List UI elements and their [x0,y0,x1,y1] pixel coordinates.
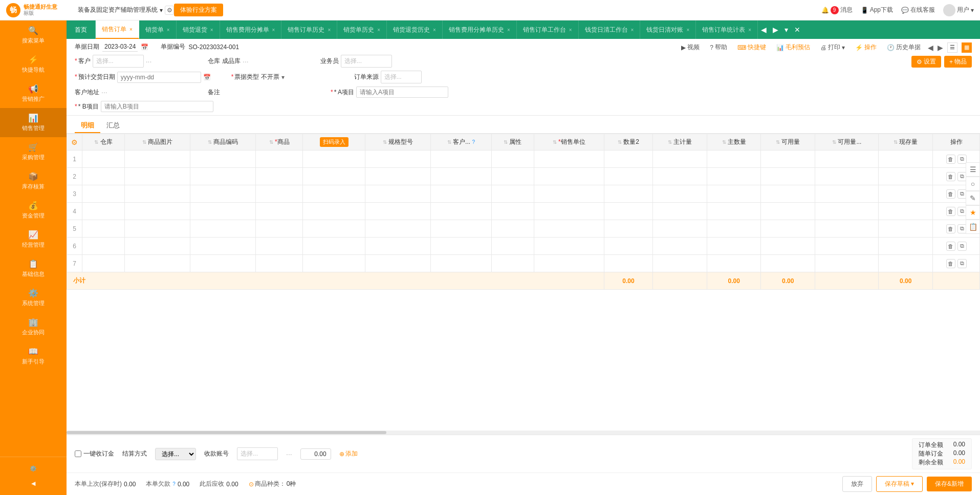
sidebar-item-enterprise[interactable]: 🏢 企业协同 [0,312,67,341]
industry-solution-button[interactable]: 体验行业方案 [174,4,223,16]
tab-more-button[interactable]: ▾ [781,26,791,34]
row-4-unit[interactable] [534,203,604,220]
row-3-delete-btn[interactable]: 🗑 [946,189,955,199]
b-project-input[interactable] [101,101,213,112]
row-7-customer-code[interactable] [431,255,492,272]
float-clip-btn[interactable]: 📋 [966,220,980,234]
row-2-unit[interactable] [534,168,604,185]
row-4-copy-btn[interactable]: ⧉ [957,207,967,216]
row-6-goods[interactable] [256,238,303,255]
row-7-main-qty[interactable] [707,255,761,272]
row-7-attr[interactable] [491,255,534,272]
shortcut-button[interactable]: ⌨ 快捷键 [734,42,769,53]
row-2-code[interactable] [190,168,256,185]
tab-order-workbench[interactable]: 销售订单工作台 × [517,20,579,39]
row-3-customer-code[interactable] [431,185,492,203]
row-3-spec[interactable] [365,185,431,203]
row-5-goods[interactable] [256,220,303,238]
row-4-spec[interactable] [365,203,431,220]
tab-cash-reconcile[interactable]: 钱货日清对账 × [640,20,696,39]
tab-sales-order[interactable]: 销售订单 × [96,20,139,39]
tab-prev-button[interactable]: ◀ [758,26,770,34]
history-button[interactable]: 🕐 历史单据 [884,42,924,53]
row-2-delete-btn[interactable]: 🗑 [946,172,955,181]
row-6-copy-btn[interactable]: ⧉ [957,242,967,251]
row-3-main-unit[interactable] [653,185,707,203]
delivery-calendar-icon[interactable]: 📅 [203,74,211,81]
tab-close-stats[interactable]: × [748,27,751,33]
row-5-unit[interactable] [534,220,604,238]
tab-cash-daily[interactable]: 钱货日清工作台 × [579,20,641,39]
warehouse-more-icon[interactable]: ··· [243,57,249,66]
row-2-warehouse[interactable] [82,168,125,185]
operation-button[interactable]: ⚡ 操作 [852,42,880,53]
row-6-code[interactable] [190,238,256,255]
row-1-code[interactable] [190,150,256,168]
column-settings-icon[interactable]: ⚙ [71,138,78,146]
help-button[interactable]: ? 帮助 [707,42,730,53]
app-download-button[interactable]: 📱 App下载 [861,6,893,14]
user-menu[interactable]: 用户 ▾ [943,4,974,16]
tab-order-history[interactable]: 销售订单历史 × [281,20,337,39]
row-4-qty2[interactable] [604,203,653,220]
row-6-qty2[interactable] [604,238,653,255]
float-star-btn[interactable]: ★ [966,205,980,220]
row-4-attr[interactable] [491,203,534,220]
row-7-copy-btn[interactable]: ⧉ [957,259,967,268]
customer-input[interactable]: 选择... [93,55,144,68]
account-input[interactable]: 选择... [237,447,278,460]
prev-record-button[interactable]: ◀ [928,44,933,52]
row-6-warehouse[interactable] [82,238,125,255]
sidebar-item-finance[interactable]: 💰 资金管理 [0,196,67,225]
scan-button[interactable]: 扫码录入 [320,137,349,147]
save-draft-dropdown-icon[interactable]: ▾ [911,480,914,487]
view-button[interactable]: ▶ 视频 [678,42,703,53]
row-6-customer-code[interactable] [431,238,492,255]
tab-close-cash-reconcile[interactable]: × [686,27,689,33]
ticket-dropdown-icon[interactable]: ▾ [281,74,285,81]
tab-fee-split-history[interactable]: 销售费用分摊单历史 × [443,20,517,39]
row-6-attr[interactable] [491,238,534,255]
settings-button[interactable]: ⚙ 设置 [911,56,941,68]
table-scrollbar[interactable] [67,431,980,435]
th-settings[interactable]: ⚙ [67,134,82,150]
tab-close-order-workbench[interactable]: × [569,27,572,33]
row-6-main-qty[interactable] [707,238,761,255]
message-button[interactable]: 🔔 9 消息 [821,6,853,14]
row-4-delete-btn[interactable]: 🗑 [946,207,955,216]
tab-close-order-history[interactable]: × [328,27,331,33]
row-3-code[interactable] [190,185,256,203]
calendar-icon[interactable]: 📅 [141,44,148,51]
row-6-spec[interactable] [365,238,431,255]
a-project-input[interactable] [356,87,448,98]
sidebar-settings-btn[interactable]: ⚙️ [0,461,67,476]
customer-more-icon[interactable]: ··· [146,57,152,66]
tab-close-sales-order[interactable]: × [129,27,133,32]
order-source-input[interactable]: 选择... [381,71,422,83]
sidebar-item-operation[interactable]: 📈 经营管理 [0,225,67,254]
row-5-copy-btn[interactable]: ⧉ [957,224,967,233]
tab-close-cash-daily[interactable]: × [631,27,634,33]
row-2-attr[interactable] [491,168,534,185]
row-4-main-unit[interactable] [653,203,707,220]
float-circle-btn[interactable]: ○ [966,177,980,191]
row-1-customer-code[interactable] [431,150,492,168]
row-7-delete-btn[interactable]: 🗑 [946,259,955,268]
row-3-unit[interactable] [534,185,604,203]
row-3-warehouse[interactable] [82,185,125,203]
sidebar-item-quick[interactable]: ⚡ 快捷导航 [0,50,67,79]
tab-close-fee-history[interactable]: × [507,27,510,33]
row-1-unit[interactable] [534,150,604,168]
tab-close-goods-receipt[interactable]: × [167,27,170,33]
payment-amount[interactable]: 0.00 [300,448,331,460]
row-5-spec[interactable] [365,220,431,238]
save-draft-button[interactable]: 保存草稿 ▾ [876,476,923,492]
system-selector[interactable]: 装备及固定资产辅助管理系统 ▾ ⚙ [78,6,174,15]
row-4-code[interactable] [190,203,256,220]
row-7-warehouse[interactable] [82,255,125,272]
goods-button[interactable]: + 物品 [944,56,972,68]
sidebar-item-guide[interactable]: 📖 新手引导 [0,341,67,371]
sidebar-item-sales[interactable]: 📊 销售管理 [0,108,67,137]
row-3-qty2[interactable] [604,185,653,203]
tab-close-return-history[interactable]: × [433,27,436,33]
